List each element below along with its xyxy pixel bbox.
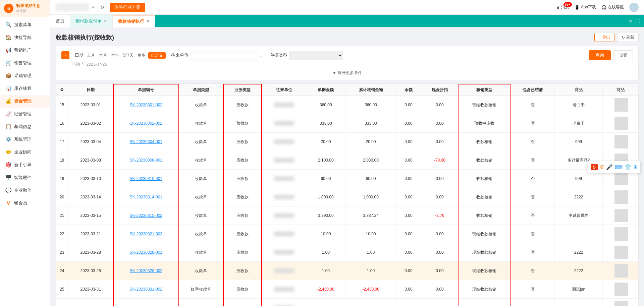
doc-link[interactable]: SK-20230328-001 — [130, 250, 162, 255]
refresh-button[interactable]: ↻ 刷新 — [617, 33, 639, 42]
doc-link[interactable]: SK-20230304-001 — [130, 139, 162, 144]
filter-doctype-select[interactable] — [289, 51, 343, 60]
column-settings-icon[interactable]: ⚙ — [60, 87, 64, 92]
doc-link[interactable]: SK-20230302-002 — [130, 121, 162, 126]
data-table-container: ⚙ 日期 单据编号 单据类型 业务类型 往来单位 单据金额 累计核销金额 余额 … — [56, 83, 639, 306]
filter-expand-row[interactable]: ▼ 展开更多条件 — [61, 70, 633, 76]
sidebar-item-sales[interactable]: 🛒 销售管理 — [0, 57, 50, 69]
filter-collapse-button[interactable]: » — [61, 51, 69, 59]
cell-included: 否 — [510, 96, 555, 114]
topbar-online-service[interactable]: 🎧 在线客服 — [601, 4, 624, 10]
topbar-dropdown-icon[interactable]: ▼ — [91, 5, 95, 9]
cell-balance: 0.00 — [396, 280, 421, 299]
cell-verified: 333.00 — [345, 114, 396, 133]
sidebar-item-member[interactable]: V 畅会员 — [0, 197, 50, 209]
cell-verifytype: 收款核销 — [459, 206, 510, 225]
doc-link[interactable]: SK-20230314-001 — [130, 195, 162, 199]
filter-this-year[interactable]: 本年 — [110, 52, 120, 59]
doc-link[interactable]: SK-20230315-002 — [130, 213, 162, 218]
sidebar-item-system[interactable]: ⚙️ 系统管理 — [0, 133, 50, 146]
shirt-icon[interactable]: 👕 — [625, 164, 631, 170]
filter-7days[interactable]: 近7天 — [122, 52, 135, 59]
sidebar-item-search[interactable]: 🔍 搜索菜单 — [0, 18, 50, 31]
sidebar-item-operations[interactable]: 📈 经营管理 — [0, 108, 50, 120]
topbar-breadcrumb: 畅康道好生意 — [56, 3, 89, 11]
tab-prepayment[interactable]: 预付款应付单 ✕ — [70, 15, 113, 27]
keyboard-icon[interactable]: ⌨ — [615, 164, 623, 170]
sidebar-item-quicknav[interactable]: 🏠 快捷导航 — [0, 31, 50, 44]
message-icon: 🖥 — [556, 5, 560, 10]
cell-verified: -2,430.00 — [345, 280, 396, 299]
cell-balance: 0.00 — [396, 225, 421, 243]
filter-setting-button[interactable]: 设置 — [613, 50, 633, 60]
cell-discount: 0.00 — [421, 225, 459, 243]
tab-receivable[interactable]: 收款核销执行 ✕ — [113, 15, 155, 27]
refresh-icon: ↻ — [622, 35, 625, 40]
topbar-message-button[interactable]: 🖥 消息 99+ — [556, 4, 569, 10]
cell-balance: 0.00 — [396, 170, 421, 188]
filter-last-month[interactable]: 上月 — [86, 52, 96, 59]
cell-verified: 360.00 — [345, 96, 396, 114]
filter-expand-label: 展开更多条件 — [338, 70, 362, 76]
filter-this-month[interactable]: 本月 — [98, 52, 108, 59]
sidebar-item-guide[interactable]: 🎯 新手引导 — [0, 159, 50, 171]
wechat-icon: 💬 — [5, 187, 11, 193]
cell-balance: 0.00 — [396, 243, 421, 262]
cell-goods2 — [603, 243, 638, 262]
sidebar-item-guide-label: 新手引导 — [14, 162, 32, 168]
sidebar-item-enterprise[interactable]: 🤝 企业协同 — [0, 146, 50, 159]
filter-partner-input[interactable] — [191, 51, 258, 60]
partner-value — [274, 103, 294, 107]
filter-more-dots[interactable]: … — [260, 53, 265, 58]
sidebar-item-marketing[interactable]: 📢 营销推广 — [0, 44, 50, 57]
tab-close-all-icon[interactable]: ✕ — [629, 18, 633, 24]
filter-custom-button[interactable]: 自定义 — [148, 52, 166, 59]
cell-biztype: 应收款 — [223, 206, 262, 225]
col-verified: 累计核销金额 — [345, 84, 396, 96]
tab-receivable-close[interactable]: ✕ — [146, 19, 150, 24]
purchase-icon: 📦 — [5, 73, 11, 79]
grid-icon[interactable]: ⊞ — [633, 164, 638, 170]
col-gear: ⚙ — [56, 84, 68, 96]
cell-date: 2023-03-04 — [68, 133, 113, 151]
sidebar: 6 畅康道好生意 标推版 🔍 搜索菜单 🏠 快捷导航 📢 营销推广 🛒 销售管理… — [0, 0, 50, 306]
sidebar-item-basic[interactable]: 📋 基础信息 — [0, 120, 50, 133]
topbar-left: 畅康道好生意 ▼ ⚙ 体验行业方案 — [56, 3, 552, 12]
tab-fullscreen-icon[interactable]: ⛶ — [635, 18, 640, 24]
cell-docno: SK-20230310-001 — [113, 170, 179, 188]
cell-biztype: 应收款 — [223, 225, 262, 243]
cell-verified: 20.00 — [345, 299, 396, 306]
table-row: 18 2023-03-08 SK-20230308-001 收款单 应收款 2,… — [56, 151, 638, 170]
topbar-app-download[interactable]: 📱 App下载 — [575, 4, 596, 10]
sidebar-item-wechat[interactable]: 💬 企业微信 — [0, 184, 50, 197]
doc-link[interactable]: SK-20230301-002 — [130, 103, 162, 107]
solution-button[interactable]: 体验行业方案 — [110, 3, 145, 12]
cell-doctype: 收款单 — [179, 114, 224, 133]
filter-more[interactable]: 更多 — [136, 52, 147, 59]
tab-prepayment-close[interactable]: ✕ — [104, 19, 107, 23]
export-button[interactable]: ↑ 导出 — [594, 33, 614, 42]
doc-link[interactable]: SK-20230321-003 — [130, 232, 162, 236]
sidebar-item-purchase[interactable]: 📦 采购管理 — [0, 69, 50, 82]
doc-link[interactable]: SK-20230331-002 — [130, 287, 162, 292]
sidebar-item-inventory[interactable]: 📊 库存核算 — [0, 82, 50, 95]
sidebar-item-hardware[interactable]: 🖥️ 智能硬件 — [0, 171, 50, 184]
table-row: 24 2023-03-28 SK-20230328-002 收款单 应收款 1.… — [56, 262, 638, 280]
sidebar-item-finance[interactable]: 💰 资金管理 — [0, 95, 50, 108]
tab-home[interactable]: 首页 — [50, 15, 70, 27]
cell-docno: SK-20230315-002 — [113, 206, 179, 225]
cell-verifytype: 收款核销 — [459, 151, 510, 170]
partner-value — [274, 268, 294, 273]
sidebar-item-system-label: 系统管理 — [14, 136, 32, 142]
doc-link[interactable]: SK-20230308-001 — [130, 158, 162, 163]
topbar-right: 🖥 消息 99+ 📱 App下载 🎧 在线客服 — [556, 3, 639, 12]
mic-icon[interactable]: 🎤 — [606, 164, 613, 170]
topbar-gear-button[interactable]: ⚙ — [98, 3, 107, 12]
floating-toolbar: S 英 🎤 ⌨ 👕 ⊞ — [588, 161, 641, 173]
doc-link[interactable]: SK-20230328-002 — [130, 268, 162, 273]
tab-prepayment-label: 预付款应付单 — [75, 18, 102, 24]
data-table: ⚙ 日期 单据编号 单据类型 业务类型 往来单位 单据金额 累计核销金额 余额 … — [56, 84, 638, 306]
query-button[interactable]: 查询 — [589, 50, 611, 60]
doc-link[interactable]: SK-20230310-001 — [130, 176, 162, 181]
cell-partner — [262, 206, 306, 225]
